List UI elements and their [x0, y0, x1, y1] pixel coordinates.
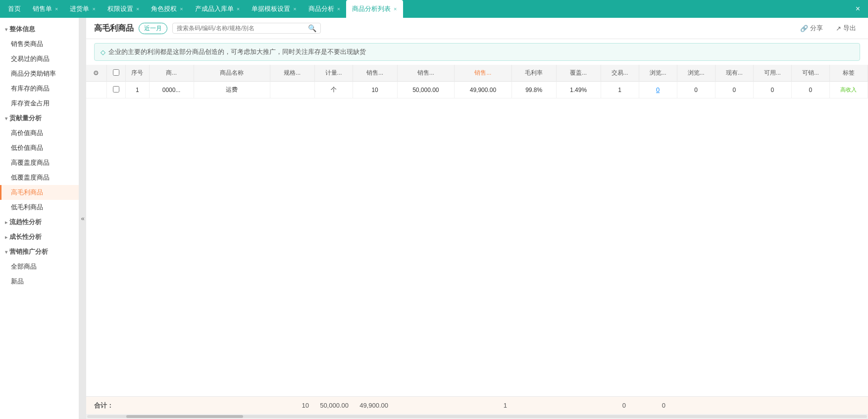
top-navigation: 首页 销售单 × 进货单 × 权限设置 × 角色授权 × 产成品入库单 × 单据… — [0, 0, 868, 18]
scrollbar-thumb[interactable] — [126, 415, 243, 418]
tab-purchase[interactable]: 进货单 × — [64, 0, 101, 18]
sidebar-group-contribution[interactable]: ▾ 贡献量分析 — [0, 111, 79, 126]
window-close-button[interactable]: × — [850, 4, 866, 13]
footer-label: 合计： — [94, 401, 124, 410]
sidebar-item-in-stock[interactable]: 有库存的商品 — [0, 81, 79, 96]
search-icon[interactable]: 🔍 — [308, 24, 316, 32]
sidebar-item-high-value[interactable]: 高价值商品 — [0, 126, 79, 140]
page-title: 高毛利商品 — [94, 23, 134, 34]
sidebar-item-new-products[interactable]: 新品 — [0, 274, 79, 289]
table-container[interactable]: ⚙ 序号 商... 商品名称 规格... 计量... 销售... 销售... 销… — [86, 65, 868, 396]
col-current-stock: 现有... — [715, 65, 753, 82]
sidebar-group-growth[interactable]: ▸ 成长性分析 — [0, 230, 79, 244]
footer-sales-cost: 49,900.00 — [357, 402, 396, 409]
tag-badge: 高收入 — [840, 87, 857, 93]
content-header: 高毛利商品 近一月 🔍 🔗 分享 ↗ 导出 — [86, 18, 868, 39]
col-checkbox[interactable] — [106, 65, 126, 82]
horizontal-scrollbar[interactable] — [86, 414, 868, 419]
col-tag: 标签 — [829, 65, 868, 82]
cell-views2: 0 — [677, 82, 715, 98]
cell-tag: 高收入 — [829, 82, 868, 98]
views1-link[interactable]: 0 — [656, 86, 660, 93]
close-tab-permissions[interactable]: × — [136, 6, 139, 12]
sidebar-toggle-button[interactable]: « — [79, 18, 86, 419]
footer-empty4 — [248, 402, 277, 409]
settings-icon[interactable]: ⚙ — [93, 69, 99, 77]
cell-views1[interactable]: 0 — [639, 82, 677, 98]
tab-finished-goods[interactable]: 产成品入库单 × — [189, 0, 246, 18]
tab-analysis-list[interactable]: 商品分析列表 × — [346, 0, 403, 18]
table-row: 1 0000... 运费 个 10 50,000.00 49,900.00 99… — [86, 82, 868, 98]
sidebar-item-sales-goods[interactable]: 销售类商品 — [0, 37, 79, 51]
cell-index: 1 — [126, 82, 150, 98]
cell-sellable-stock: 0 — [791, 82, 829, 98]
sidebar-item-high-margin[interactable]: 高毛利商品 — [0, 185, 79, 200]
sidebar-wrapper: ▾ 整体信息 销售类商品 交易过的商品 商品分类助销率 有库存的商品 库存资金占… — [0, 18, 86, 419]
cell-gross-margin: 99.8% — [511, 82, 556, 98]
select-all-checkbox[interactable] — [113, 69, 119, 76]
close-tab-purchase[interactable]: × — [92, 6, 95, 12]
cell-current-stock: 0 — [715, 82, 753, 98]
footer-transactions: 1 — [475, 402, 515, 409]
col-sales-qty: 销售... — [353, 65, 397, 82]
cell-coverage: 1.49% — [556, 82, 601, 98]
cell-available-stock: 0 — [753, 82, 791, 98]
close-tab-product-analysis[interactable]: × — [337, 6, 340, 12]
close-tab-template[interactable]: × — [293, 6, 296, 12]
tab-roles[interactable]: 角色授权 × — [145, 0, 189, 18]
sidebar-item-low-value[interactable]: 低价值商品 — [0, 140, 79, 155]
cell-unit: 个 — [314, 82, 353, 98]
filter-period-button[interactable]: 近一月 — [139, 23, 167, 34]
cell-sales-qty: 10 — [353, 82, 397, 98]
sidebar-item-low-coverage[interactable]: 低覆盖度商品 — [0, 170, 79, 185]
col-unit: 计量... — [314, 65, 353, 82]
footer-available-stock: 0 — [634, 402, 673, 409]
footer-empty7 — [515, 402, 555, 409]
col-gross-margin: 毛利率 — [511, 65, 556, 82]
close-tab-sales[interactable]: × — [55, 6, 58, 12]
arrow-down-icon: ▾ — [5, 27, 7, 32]
close-tab-finished-goods[interactable]: × — [237, 6, 240, 12]
sidebar-item-high-coverage[interactable]: 高覆盖度商品 — [0, 155, 79, 170]
search-input[interactable] — [177, 25, 308, 32]
scrollbar-track[interactable] — [87, 415, 867, 418]
cell-code: 0000... — [149, 82, 194, 98]
sidebar-item-traded-goods[interactable]: 交易过的商品 — [0, 51, 79, 66]
cell-checkbox[interactable] — [106, 82, 126, 98]
footer-empty9 — [673, 402, 713, 409]
share-button[interactable]: 🔗 分享 — [796, 22, 827, 35]
cell-spec — [270, 82, 314, 98]
sidebar: ▾ 整体信息 销售类商品 交易过的商品 商品分类助销率 有库存的商品 库存资金占… — [0, 18, 79, 419]
tab-permissions[interactable]: 权限设置 × — [102, 0, 145, 18]
sidebar-group-overall[interactable]: ▾ 整体信息 — [0, 22, 79, 37]
close-tab-analysis-list[interactable]: × — [394, 6, 397, 12]
sidebar-item-stock-funds[interactable]: 库存资金占用 — [0, 96, 79, 111]
col-settings[interactable]: ⚙ — [86, 65, 106, 82]
tab-home[interactable]: 首页 — [2, 0, 27, 18]
tab-template[interactable]: 单据模板设置 × — [246, 0, 302, 18]
cell-sales-amount: 50,000.00 — [397, 82, 455, 98]
footer-empty5 — [396, 402, 436, 409]
tip-icon: ◇ — [101, 48, 105, 56]
col-sales-amount: 销售... — [397, 65, 455, 82]
footer-sales-amount: 50,000.00 — [317, 402, 357, 409]
cell-sales-cost: 49,900.00 — [455, 82, 512, 98]
col-spec: 规格... — [270, 65, 314, 82]
sidebar-group-marketing[interactable]: ▾ 营销推广分析 — [0, 244, 79, 259]
tab-product-analysis[interactable]: 商品分析 × — [303, 0, 346, 18]
footer-empty1 — [134, 402, 168, 409]
sidebar-item-category-rate[interactable]: 商品分类助销率 — [0, 66, 79, 81]
sidebar-item-all-goods[interactable]: 全部商品 — [0, 259, 79, 274]
chevron-left-icon: « — [81, 215, 84, 222]
sidebar-group-trend[interactable]: ▸ 流趋性分析 — [0, 215, 79, 230]
sidebar-item-low-margin[interactable]: 低毛利商品 — [0, 200, 79, 215]
col-sellable-stock: 可销... — [791, 65, 829, 82]
tab-sales[interactable]: 销售单 × — [27, 0, 64, 18]
export-button[interactable]: ↗ 导出 — [832, 22, 860, 35]
close-tab-roles[interactable]: × — [180, 6, 183, 12]
arrow-right-icon: ▸ — [5, 220, 7, 225]
col-transactions: 交易... — [601, 65, 639, 82]
row-checkbox[interactable] — [113, 86, 119, 93]
info-banner: ◇ 企业的主要的利润都是这部分商品创造的，可考虑加大推广，同时关注库存是不要出现… — [94, 43, 860, 61]
table-header-row: ⚙ 序号 商... 商品名称 规格... 计量... 销售... 销售... 销… — [86, 65, 868, 82]
